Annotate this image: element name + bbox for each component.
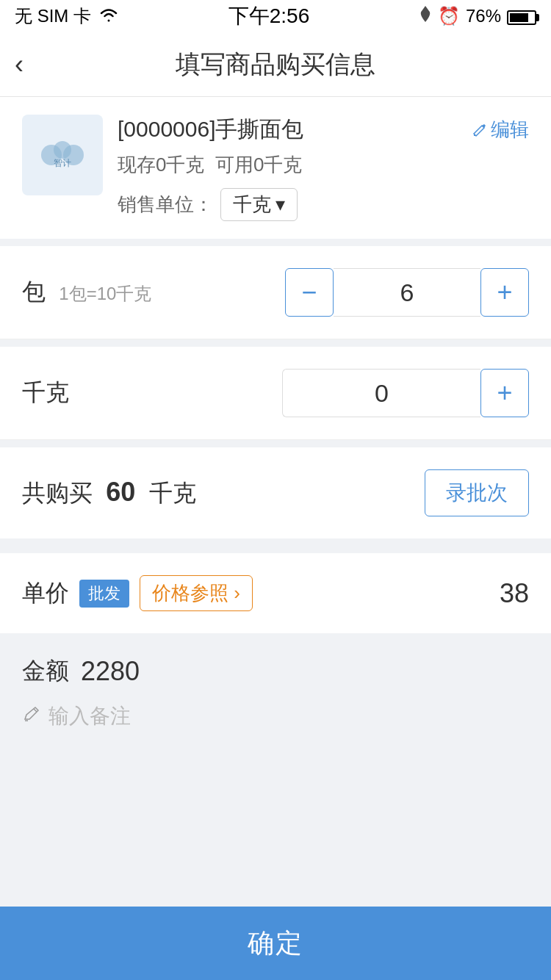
wifi-icon (98, 6, 119, 26)
status-right: ⏰ 76% (419, 6, 536, 26)
price-label: 单价 (22, 577, 69, 610)
pack-label: 包 (22, 278, 46, 305)
back-button[interactable]: ‹ (15, 49, 24, 80)
edit-button[interactable]: 编辑 (472, 117, 529, 143)
product-stock: 现存0千克 可用0千克 (118, 152, 529, 178)
pack-qty-control: − + (285, 268, 529, 317)
svg-text:智计: 智计 (54, 158, 71, 168)
pack-section: 包 1包=10千克 − + (0, 246, 551, 339)
note-icon (22, 705, 41, 729)
amount-label: 金额 (22, 655, 69, 688)
kg-increment-button[interactable]: + (480, 369, 529, 417)
bottom-area: 确定 (0, 907, 551, 980)
chevron-down-icon: ▾ (276, 193, 285, 216)
nav-bar: ‹ 填写商品购买信息 (0, 32, 551, 97)
kg-qty-control: + (282, 369, 529, 417)
price-section: 单价 批发 价格参照 › 38 (0, 546, 551, 633)
summary-prefix: 共购买 (22, 480, 93, 506)
product-full-name: [0000006]手撕面包 (118, 115, 303, 145)
summary-unit: 千克 (149, 480, 196, 506)
product-unit-row: 销售单位： 千克 ▾ (118, 188, 529, 221)
price-ref-button[interactable]: 价格参照 › (140, 575, 253, 611)
svg-point-2 (54, 141, 71, 159)
confirm-button[interactable]: 确定 (0, 907, 551, 980)
amount-value: 2280 (81, 656, 140, 687)
product-image: 智计 (22, 115, 103, 195)
unit-selector[interactable]: 千克 ▾ (220, 188, 298, 221)
product-card: 智计 [0000006]手撕面包 编辑 现存0千克 可用0千克 销售单位： 千克… (0, 97, 551, 246)
page-title: 填写商品购买信息 (176, 48, 375, 82)
note-placeholder: 输入备注 (48, 702, 131, 730)
battery-percent: 76% (466, 6, 501, 26)
summary-row: 共购买 60 千克 录批次 (22, 447, 529, 538)
status-left: 无 SIM 卡 (15, 4, 119, 28)
price-value: 38 (500, 578, 529, 609)
pack-increment-button[interactable]: + (480, 268, 529, 317)
pack-row: 包 1包=10千克 − + (22, 246, 529, 339)
price-left: 单价 批发 价格参照 › (22, 575, 253, 611)
section-divider-1 (0, 339, 551, 347)
product-info: [0000006]手撕面包 编辑 现存0千克 可用0千克 销售单位： 千克 ▾ (118, 115, 529, 221)
product-name-row: [0000006]手撕面包 编辑 (118, 115, 529, 145)
note-row[interactable]: 输入备注 (22, 702, 529, 730)
status-time: 下午2:56 (228, 2, 310, 30)
amount-row: 金额 2280 (22, 655, 529, 688)
alarm-icon: ⏰ (438, 6, 460, 26)
status-bar: 无 SIM 卡 下午2:56 ⏰ 76% (0, 0, 551, 32)
pack-label-group: 包 1包=10千克 (22, 276, 151, 309)
summary-amount: 60 (106, 477, 135, 507)
section-divider-2 (0, 440, 551, 447)
sim-label: 无 SIM 卡 (15, 4, 91, 28)
location-icon (419, 6, 432, 26)
kg-section: 千克 + (0, 347, 551, 440)
kg-label: 千克 (22, 377, 69, 409)
batch-button[interactable]: 录批次 (425, 469, 529, 516)
amount-section: 金额 2280 输入备注 (0, 633, 551, 730)
price-row: 单价 批发 价格参照 › 38 (22, 575, 529, 611)
pack-decrement-button[interactable]: − (285, 268, 334, 317)
pack-qty-input[interactable] (334, 268, 480, 317)
summary-section: 共购买 60 千克 录批次 (0, 447, 551, 538)
pack-hint: 1包=10千克 (59, 284, 151, 303)
kg-qty-input[interactable] (282, 369, 480, 417)
battery-icon (507, 6, 536, 26)
kg-row: 千克 + (22, 347, 529, 439)
summary-label-group: 共购买 60 千克 (22, 477, 196, 510)
batch-tag: 批发 (79, 580, 129, 608)
